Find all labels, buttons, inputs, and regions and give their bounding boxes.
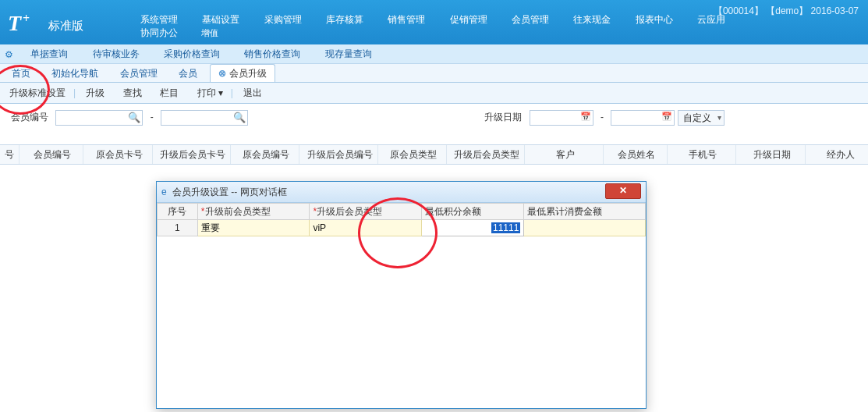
ie-icon: e bbox=[161, 186, 167, 197]
table-row[interactable]: 1 重要 viP 11111 bbox=[158, 220, 646, 236]
col-old-card: 原会员卡号 bbox=[87, 145, 153, 164]
tab-strip: 首页 初始化导航 会员管理 会员 ⊗会员升级 bbox=[0, 64, 868, 83]
tb-print-label: 打印 bbox=[197, 87, 216, 98]
col-new-card: 升级后会员卡号 bbox=[155, 145, 231, 164]
col-old-type: 原会员类型 bbox=[381, 145, 447, 164]
th-after: 升级后会员类型 bbox=[310, 204, 422, 220]
qb-bill-query[interactable]: 单据查询 bbox=[30, 48, 68, 59]
menu-inventory[interactable]: 库存核算 bbox=[326, 13, 363, 27]
qb-purchase-price[interactable]: 采购价格查询 bbox=[164, 48, 220, 59]
dialog-close-button[interactable]: ✕ bbox=[605, 183, 641, 199]
calendar-icon[interactable]: 📅 bbox=[580, 112, 591, 122]
tab-upgrade[interactable]: ⊗会员升级 bbox=[210, 64, 275, 82]
search-icon[interactable]: 🔍 bbox=[233, 112, 246, 123]
menu-member[interactable]: 会员管理 bbox=[512, 13, 549, 27]
menu-sales[interactable]: 销售管理 bbox=[388, 13, 425, 27]
calendar-icon[interactable]: 📅 bbox=[661, 112, 672, 122]
menu-promo[interactable]: 促销管理 bbox=[450, 13, 487, 27]
th-minspend: 最低累计消费金额 bbox=[524, 204, 646, 220]
edition-label: 标准版 bbox=[48, 19, 83, 34]
cell-before-value: 重要 bbox=[201, 222, 220, 233]
th-seq: 序号 bbox=[158, 204, 198, 220]
logo-sup: + bbox=[23, 12, 30, 25]
upgrade-date-label: 升级日期 bbox=[484, 112, 522, 123]
col-customer: 客户 bbox=[528, 145, 604, 164]
tab-member-mgmt[interactable]: 会员管理 bbox=[112, 64, 166, 82]
menu-system[interactable]: 系统管理 bbox=[140, 13, 178, 27]
tb-exit[interactable]: 退出 bbox=[236, 83, 270, 103]
tab-close-icon[interactable]: ⊗ bbox=[218, 68, 226, 79]
cell-minpoints-value: 11111 bbox=[491, 222, 520, 233]
tab-initnav[interactable]: 初始化导航 bbox=[43, 64, 107, 82]
cell-minpoints[interactable]: 11111 bbox=[421, 220, 523, 236]
tab-upgrade-label: 会员升级 bbox=[229, 68, 267, 79]
tb-columns[interactable]: 栏目 bbox=[152, 83, 186, 103]
cell-after[interactable]: viP bbox=[310, 220, 422, 236]
gear-icon[interactable]: ⚙ bbox=[5, 45, 17, 64]
tb-print[interactable]: 打印 ▾ bbox=[190, 83, 231, 103]
col-phone: 手机号 bbox=[670, 145, 736, 164]
range-dash: - bbox=[151, 112, 154, 123]
menu-cloud[interactable]: 云应用 bbox=[697, 13, 725, 27]
cell-before[interactable]: 重要 bbox=[197, 220, 310, 236]
menu-purchase[interactable]: 采购管理 bbox=[264, 13, 302, 27]
dialog-titlebar[interactable]: e 会员升级设置 -- 网页对话框 ✕ bbox=[157, 182, 646, 203]
menu-collab-label: 协同办公 bbox=[140, 27, 178, 40]
col-member-code: 会员编号 bbox=[22, 145, 83, 164]
upgrade-settings-dialog: e 会员升级设置 -- 网页对话框 ✕ 序号 升级前会员类型 升级后会员类型 最… bbox=[156, 181, 647, 409]
tb-find[interactable]: 查找 bbox=[115, 83, 150, 103]
app-banner: T+ 标准版 【000014】 【demo】 2016-03-07 系统管理 基… bbox=[0, 0, 868, 44]
chevron-down-icon: ▾ bbox=[218, 87, 223, 98]
th-before: 升级前会员类型 bbox=[197, 204, 310, 220]
date-range-select[interactable]: 自定义 bbox=[678, 110, 725, 126]
tab-member[interactable]: 会员 bbox=[170, 64, 206, 82]
menu-collab[interactable]: 协同办公增值 bbox=[140, 27, 240, 40]
date-range-value: 自定义 bbox=[683, 112, 711, 123]
th-minpoints: 最低积分余额 bbox=[421, 204, 523, 220]
qb-sale-price[interactable]: 销售价格查询 bbox=[244, 48, 300, 59]
dialog-title: 会员升级设置 -- 网页对话框 bbox=[172, 186, 287, 197]
col-date: 升级日期 bbox=[739, 145, 806, 164]
menu-collab-badge: 增值 bbox=[201, 27, 218, 39]
member-code-label: 会员编号 bbox=[11, 112, 48, 123]
filter-strip: 会员编号 🔍 - 🔍 升级日期 📅 - 📅 自定义 bbox=[0, 104, 868, 144]
member-code-to[interactable]: 🔍 bbox=[161, 110, 248, 126]
cell-minspend[interactable] bbox=[524, 220, 646, 236]
date-from[interactable]: 📅 bbox=[530, 110, 593, 126]
member-code-from[interactable]: 🔍 bbox=[55, 110, 143, 126]
col-new-code: 升级后会员编号 bbox=[303, 145, 378, 164]
logo-main: T bbox=[8, 11, 21, 35]
cell-seq: 1 bbox=[158, 220, 198, 236]
search-icon[interactable]: 🔍 bbox=[128, 112, 140, 123]
table-header-row: 序号 升级前会员类型 升级后会员类型 最低积分余额 最低累计消费金额 bbox=[158, 204, 646, 220]
range-dash: - bbox=[601, 112, 604, 123]
query-bar: ⚙ 单据查询 待审核业务 采购价格查询 销售价格查询 现存量查询 bbox=[0, 44, 868, 64]
date-to[interactable]: 📅 bbox=[611, 110, 675, 126]
cell-after-value: viP bbox=[313, 222, 326, 233]
qb-stock[interactable]: 现存量查询 bbox=[325, 48, 372, 59]
col-new-type: 升级后会员类型 bbox=[449, 145, 525, 164]
grid-header: 号 会员编号 原会员卡号 升级后会员卡号 原会员编号 升级后会员编号 原会员类型… bbox=[0, 144, 868, 165]
tb-upgrade[interactable]: 升级 bbox=[78, 83, 112, 103]
col-seq: 号 bbox=[0, 145, 19, 164]
main-menu: 系统管理 基础设置 采购管理 库存核算 销售管理 促销管理 会员管理 往来现金 … bbox=[140, 13, 868, 40]
menu-base[interactable]: 基础设置 bbox=[202, 13, 239, 27]
tb-upgrade-std[interactable]: 升级标准设置 bbox=[2, 83, 73, 103]
tab-home[interactable]: 首页 bbox=[3, 64, 39, 82]
qb-pending[interactable]: 待审核业务 bbox=[93, 48, 140, 59]
menu-report[interactable]: 报表中心 bbox=[636, 13, 673, 27]
col-operator: 经办人 bbox=[808, 145, 868, 164]
menu-cash[interactable]: 往来现金 bbox=[573, 13, 611, 27]
page-toolbar: 升级标准设置| 升级 查找 栏目 打印 ▾| 退出 bbox=[0, 83, 868, 104]
app-logo: T+ bbox=[8, 11, 30, 36]
col-name: 会员姓名 bbox=[606, 145, 668, 164]
upgrade-settings-table: 序号 升级前会员类型 升级后会员类型 最低积分余额 最低累计消费金额 1 重要 … bbox=[157, 203, 646, 236]
col-old-code: 原会员编号 bbox=[233, 145, 299, 164]
